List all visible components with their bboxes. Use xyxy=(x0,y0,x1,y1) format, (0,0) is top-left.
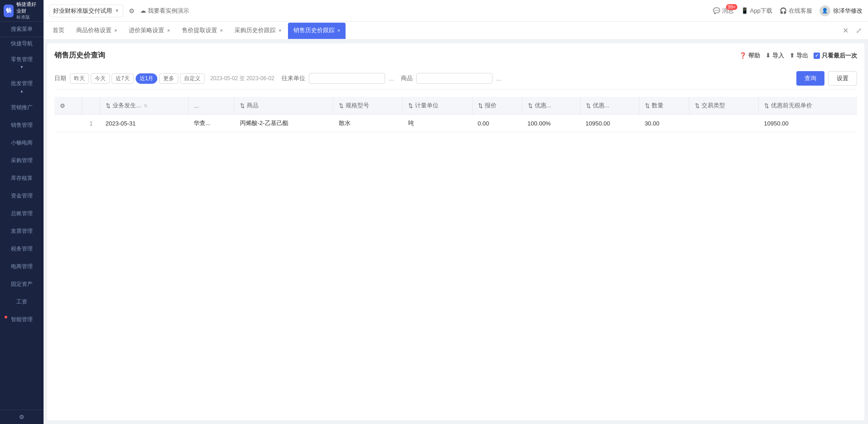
tab-sale-price-close[interactable]: × xyxy=(220,28,223,33)
app-download-btn[interactable]: 📱 App下载 xyxy=(741,7,772,15)
cell-settings xyxy=(54,115,82,132)
tab-purchase-history-close[interactable]: × xyxy=(278,28,281,33)
sort-unit-icon: ⇅ xyxy=(408,102,413,109)
close-tab-btn[interactable]: ✕ xyxy=(840,25,851,36)
sort-quantity-icon: ⇅ xyxy=(645,102,650,109)
sidebar-item-ecommerce-small[interactable]: 小畅电商 xyxy=(0,134,44,151)
import-icon: ⬇ xyxy=(766,52,770,59)
only-last-checkbox-box: ✓ xyxy=(814,53,820,59)
sidebar-item-inventory[interactable]: 库存核算 xyxy=(0,169,44,187)
sidebar-item-wholesale[interactable]: 批发管理 ▲ xyxy=(0,74,44,98)
cell-index: 1 xyxy=(82,115,100,132)
col-date-sort[interactable]: ⇅ xyxy=(144,103,147,108)
product-name: 好业财标准版交付试用 xyxy=(53,7,112,15)
message-btn[interactable]: 💬 消息 99+ xyxy=(713,7,734,15)
settings-btn[interactable]: 设置 xyxy=(828,71,857,86)
th-more-cols[interactable]: ... xyxy=(188,97,234,115)
customer-label: 往来单位 xyxy=(282,74,305,82)
tab-sales-history-label: 销售历史价跟踪 xyxy=(293,26,335,34)
th-spec[interactable]: ⇅ 规格型号 xyxy=(333,97,403,115)
th-discount1[interactable]: ⇅ 优惠... xyxy=(522,97,580,115)
tab-price-settings[interactable]: 商品价格设置 × xyxy=(71,23,122,39)
product-input[interactable] xyxy=(416,73,493,84)
th-unit[interactable]: ⇅ 计量单位 xyxy=(403,97,472,115)
product-selector[interactable]: 好业财标准版交付试用 ▼ xyxy=(49,5,123,17)
sidebar-settings-btn[interactable]: ⚙ xyxy=(0,410,44,424)
th-quantity[interactable]: ⇅ 数量 xyxy=(639,97,689,115)
help-btn[interactable]: ❓ 帮助 xyxy=(739,52,760,60)
topbar-demo-btn[interactable]: ☁ 我要看实例演示 xyxy=(140,7,189,15)
th-trans-type[interactable]: ⇅ 交易类型 xyxy=(689,97,758,115)
tab-sale-price[interactable]: 售价提取设置 × xyxy=(176,23,228,39)
cell-product: 丙烯酸-2-乙基己酯 xyxy=(234,115,333,132)
cell-date: 2023-05-31 xyxy=(100,115,189,132)
filter-actions: 查询 设置 xyxy=(796,71,857,86)
tab-price-settings-close[interactable]: × xyxy=(114,28,117,33)
product-dots[interactable]: ... xyxy=(496,75,502,82)
tab-home[interactable]: 首页 xyxy=(47,23,70,39)
customer-input[interactable] xyxy=(309,73,385,84)
tab-sales-history-close[interactable]: × xyxy=(337,28,340,33)
app-logo-icon: 畅 xyxy=(4,5,14,17)
sidebar-item-smart[interactable]: 智能管理 xyxy=(0,310,44,328)
product-selector-arrow: ▼ xyxy=(115,8,119,13)
sidebar-item-retail[interactable]: 零售管理 ▼ xyxy=(0,50,44,74)
sidebar-item-ledger[interactable]: 总账管理 xyxy=(0,204,44,222)
app-download-icon: 📱 xyxy=(741,7,748,14)
topbar: 好业财标准版交付试用 ▼ ⚙ ☁ 我要看实例演示 💬 消息 99+ 📱 App下… xyxy=(44,0,868,22)
tab-side-actions: ✕ ⤢ xyxy=(840,25,864,36)
export-btn[interactable]: ⬆ 导出 xyxy=(790,52,808,60)
tab-purchase-history[interactable]: 采购历史价跟踪 × xyxy=(229,23,287,39)
cell-discount2: 10950.00 xyxy=(580,115,639,132)
sidebar-item-sales[interactable]: 销售管理 xyxy=(0,116,44,134)
sort-price-icon: ⇅ xyxy=(478,102,483,109)
avatar: 👤 xyxy=(819,5,830,16)
th-pretax-price[interactable]: ⇅ 优惠前无税单价 xyxy=(759,97,857,115)
date-label: 日期 xyxy=(54,74,66,82)
export-icon: ⬆ xyxy=(790,52,795,59)
tab-pricing-strategy-close[interactable]: × xyxy=(167,28,170,33)
date-btn-today[interactable]: 今天 xyxy=(91,73,110,84)
user-info[interactable]: 👤 徐泽华修改 xyxy=(819,5,863,16)
sidebar-item-tax[interactable]: 税务管理 xyxy=(0,240,44,257)
username: 徐泽华修改 xyxy=(833,7,863,15)
tab-sales-history[interactable]: 销售历史价跟踪 × xyxy=(288,23,346,39)
date-btn-more[interactable]: 更多 xyxy=(159,73,178,84)
tab-price-settings-label: 商品价格设置 xyxy=(76,26,112,34)
page-title-actions: ❓ 帮助 ⬇ 导入 ⬆ 导出 ✓ 只看最后一次 xyxy=(739,52,857,60)
sidebar-item-purchase[interactable]: 采购管理 xyxy=(0,151,44,169)
th-discount2[interactable]: ⇅ 优惠... xyxy=(580,97,639,115)
table-row[interactable]: 1 2023-05-31 华查... 丙烯酸-2-乙基己酯 散水 吨 0.00 … xyxy=(54,115,857,132)
sidebar-quick-nav[interactable]: 快捷导航 xyxy=(0,37,44,50)
sort-trans-type-icon: ⇅ xyxy=(695,102,700,109)
gear-icon[interactable]: ⚙ xyxy=(60,102,65,109)
customer-dots[interactable]: ... xyxy=(389,75,394,82)
sidebar-item-fixed-assets[interactable]: 固定资产 xyxy=(0,275,44,293)
sidebar-item-marketing[interactable]: 营销推广 xyxy=(0,98,44,116)
sort-spec-icon: ⇅ xyxy=(339,102,344,109)
th-product[interactable]: ⇅ 商品 xyxy=(234,97,333,115)
th-settings[interactable]: ⚙ xyxy=(54,97,82,115)
sort-pretax-icon: ⇅ xyxy=(764,102,769,109)
sidebar-item-ecommerce[interactable]: 电商管理 xyxy=(0,257,44,275)
date-btn-last1m[interactable]: 近1月 xyxy=(136,73,158,84)
sidebar-item-payroll[interactable]: 工资 xyxy=(0,293,44,310)
topbar-settings-icon[interactable]: ⚙ xyxy=(129,7,135,14)
date-btn-custom[interactable]: 自定义 xyxy=(180,73,205,84)
tab-pricing-strategy[interactable]: 进价策略设置 × xyxy=(123,23,175,39)
sidebar-item-invoice[interactable]: 发票管理 xyxy=(0,222,44,240)
only-last-checkbox[interactable]: ✓ 只看最后一次 xyxy=(814,52,857,60)
th-price[interactable]: ⇅ 报价 xyxy=(472,97,522,115)
date-btn-yesterday[interactable]: 昨天 xyxy=(70,73,89,84)
sort-product-icon: ⇅ xyxy=(240,102,245,109)
sidebar-search[interactable]: 搜索菜单 xyxy=(0,22,44,37)
expand-tab-btn[interactable]: ⤢ xyxy=(853,25,864,36)
sidebar-item-finance[interactable]: 资金管理 xyxy=(0,187,44,204)
cell-pretax-price: 10950.00 xyxy=(759,115,857,132)
th-date[interactable]: ⇅ 业务发生... ⇅ xyxy=(100,97,189,115)
sidebar-logo: 畅 畅捷通好业财 标准版 xyxy=(0,0,44,22)
import-btn[interactable]: ⬇ 导入 xyxy=(766,52,784,60)
customer-service-btn[interactable]: 🎧 在线客服 xyxy=(780,7,812,15)
search-btn[interactable]: 查询 xyxy=(796,71,824,86)
date-btn-last7[interactable]: 近7天 xyxy=(112,73,134,84)
